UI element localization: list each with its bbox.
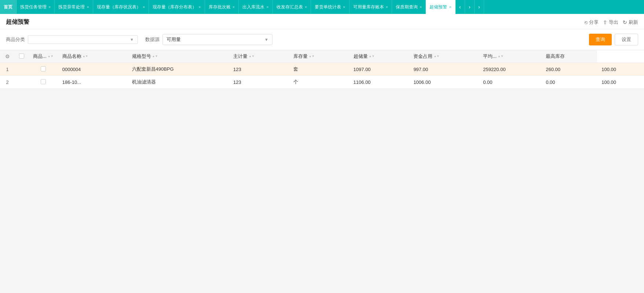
nav-pick-task[interactable]: 拣货任务管理 × — [17, 0, 55, 14]
product-category-select[interactable]: ▼ — [28, 35, 138, 44]
th-over-stock[interactable]: 超储量 ▲▼ — [349, 50, 409, 63]
sort-unit-icon[interactable]: ▲▼ — [249, 55, 255, 58]
select-all-checkbox[interactable] — [19, 53, 24, 59]
nav-home[interactable]: 首页 — [0, 0, 17, 14]
cell-stock: 1106.00 — [349, 76, 409, 89]
sort-product-name-icon[interactable]: ▲▼ — [83, 55, 88, 58]
nav-stock-status[interactable]: 现存量（库存状况表） × — [93, 0, 149, 14]
nav-bar: 首页 拣货任务管理 × 拣货异常处理 × 现存量（库存状况表） × 现存量（库存… — [0, 0, 644, 14]
cell-unit: 个 — [289, 76, 349, 89]
filter-area: 商品分类 ▼ 数据源 可用量 ▼ 查询 设置 — [0, 29, 644, 50]
data-source-label: 数据源 — [145, 36, 160, 43]
cell-product-code: 0000004 — [58, 63, 128, 76]
data-source-chevron-icon: ▼ — [264, 37, 268, 42]
nav-prev-arrow[interactable]: ‹ — [455, 0, 465, 14]
nav-overstock-warning[interactable]: 超储预警 × — [426, 0, 455, 14]
cell-unit: 套 — [289, 63, 349, 76]
close-stock-status[interactable]: × — [143, 5, 145, 9]
row-checkbox-cell — [29, 76, 58, 89]
cell-product-name: 六配套新昌490BPG — [128, 63, 229, 76]
share-icon: ⎋ — [585, 19, 588, 25]
th-max-stock[interactable]: 最高库存 — [541, 50, 597, 63]
nav-quality-query[interactable]: 保质期查询 × — [392, 0, 426, 14]
data-source-select[interactable]: 可用量 ▼ — [162, 34, 272, 45]
export-button[interactable]: ⇧ 导出 — [603, 19, 618, 26]
export-icon: ⇧ — [603, 19, 607, 25]
cell-product-name: 机油滤清器 — [128, 76, 229, 89]
row-settings-cell — [15, 76, 29, 89]
cell-max-stock: 100.00 — [597, 63, 644, 76]
cell-over-stock: 997.00 — [409, 63, 479, 76]
page-header: 超储预警 ⎋ 分享 ⇧ 导出 ↻ 刷新 — [0, 14, 644, 29]
sort-spec-icon[interactable]: ▲▼ — [152, 55, 158, 58]
th-capital-usage[interactable]: 资金占用 ▲▼ — [409, 50, 479, 63]
cell-avg: 0.00 — [541, 76, 597, 89]
nav-summary[interactable]: 收发存汇总表 × — [273, 0, 311, 14]
close-order-stats[interactable]: × — [343, 5, 345, 9]
close-quality-query[interactable]: × — [420, 5, 422, 9]
nav-next-arrow[interactable]: › — [465, 0, 475, 14]
page-container: 超储预警 ⎋ 分享 ⇧ 导出 ↻ 刷新 商品分类 ▼ 数据源 — [0, 14, 644, 89]
query-button[interactable]: 查询 — [589, 34, 612, 45]
header-actions: ⎋ 分享 ⇧ 导出 ↻ 刷新 — [585, 19, 638, 26]
close-flow[interactable]: × — [266, 5, 268, 9]
close-pick-exception[interactable]: × — [87, 5, 89, 9]
th-product-name[interactable]: 商品名称 ▲▼ — [58, 50, 128, 63]
cell-max-stock: 100.00 — [597, 76, 644, 89]
refresh-button[interactable]: ↻ 刷新 — [623, 19, 638, 26]
sort-over-stock-icon[interactable]: ▲▼ — [369, 55, 375, 58]
cell-capital-usage: 259220.00 — [479, 63, 541, 76]
cell-spec: 123 — [229, 76, 289, 89]
cell-stock: 1097.00 — [349, 63, 409, 76]
data-source-group: 数据源 可用量 ▼ — [145, 34, 272, 45]
sort-capital-icon[interactable]: ▲▼ — [433, 55, 439, 58]
close-stock-dist[interactable]: × — [198, 5, 201, 9]
sort-avg-icon[interactable]: ▲▼ — [498, 55, 504, 58]
th-spec[interactable]: 规格型号 ▲▼ — [128, 50, 229, 63]
nav-batch-account[interactable]: 库存批次账 × — [205, 0, 239, 14]
th-unit[interactable]: 主计量 ▲▼ — [229, 50, 289, 63]
share-button[interactable]: ⎋ 分享 — [585, 19, 599, 26]
gear-icon[interactable]: ⚙ — [5, 53, 10, 59]
product-category-group: 商品分类 ▼ — [6, 35, 138, 44]
th-product-code[interactable]: 商品... ▲▼ — [29, 50, 58, 63]
nav-stock-dist[interactable]: 现存量（库存分布表） × — [149, 0, 205, 14]
sort-product-code-icon[interactable]: ▲▼ — [48, 55, 54, 58]
nav-order-stats[interactable]: 要货单统计表 × — [311, 0, 349, 14]
row-checkbox[interactable] — [41, 66, 46, 71]
cell-spec: 123 — [229, 63, 289, 76]
nav-available-account[interactable]: 可用量库存账本 × — [350, 0, 392, 14]
th-checkbox — [15, 50, 29, 63]
nav-pick-exception[interactable]: 拣货异常处理 × — [55, 0, 93, 14]
table-header-row: ⚙ 商品... ▲▼ 商品名称 ▲▼ — [0, 50, 644, 63]
sort-stock-icon[interactable]: ▲▼ — [309, 55, 315, 58]
close-overstock-warning[interactable]: × — [449, 5, 451, 9]
close-summary[interactable]: × — [305, 5, 307, 9]
cell-product-code: 186-10... — [58, 76, 128, 89]
th-stock[interactable]: 库存量 ▲▼ — [289, 50, 349, 63]
close-batch-account[interactable]: × — [233, 5, 235, 9]
th-avg[interactable]: 平均... ▲▼ — [479, 50, 541, 63]
data-source-value: 可用量 — [167, 36, 181, 43]
close-pick-task[interactable]: × — [48, 5, 51, 9]
product-category-label: 商品分类 — [6, 36, 25, 43]
refresh-icon: ↻ — [623, 19, 627, 25]
cell-row-index: 1 — [0, 63, 15, 76]
close-available-account[interactable]: × — [386, 5, 388, 9]
page-title: 超储预警 — [6, 18, 29, 26]
row-checkbox-cell — [29, 63, 58, 76]
cell-avg: 260.00 — [541, 63, 597, 76]
row-settings-cell — [15, 63, 29, 76]
table-body: 1 0000004 六配套新昌490BPG 123 套 1097.00 997.… — [0, 63, 644, 89]
nav-more-arrow[interactable]: › — [475, 0, 484, 14]
chevron-down-icon: ▼ — [130, 37, 134, 42]
filter-actions: 查询 设置 — [589, 34, 638, 45]
table-container: ⚙ 商品... ▲▼ 商品名称 ▲▼ — [0, 50, 644, 89]
cell-row-index: 2 — [0, 76, 15, 89]
nav-flow[interactable]: 出入库流水 × — [239, 0, 272, 14]
table-row: 2 186-10... 机油滤清器 123 个 1106.00 1006.00 … — [0, 76, 644, 89]
cell-capital-usage: 0.00 — [479, 76, 541, 89]
row-checkbox[interactable] — [41, 79, 46, 84]
table-row: 1 0000004 六配套新昌490BPG 123 套 1097.00 997.… — [0, 63, 644, 76]
settings-button[interactable]: 设置 — [615, 34, 638, 45]
